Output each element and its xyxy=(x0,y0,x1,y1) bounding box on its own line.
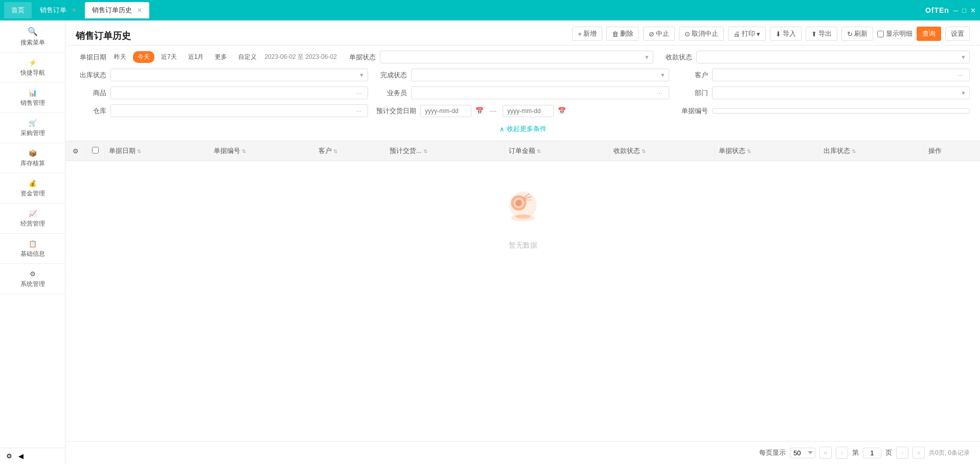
department-chevron: ▾ xyxy=(962,89,965,97)
inventory-icon: 📦 xyxy=(29,149,37,157)
outbound-status-select[interactable]: ▾ xyxy=(110,69,368,81)
th-amount-sort-icon[interactable]: ⇅ xyxy=(537,148,541,154)
warehouse-dots[interactable]: ··· xyxy=(354,107,363,115)
sidebar-item-basic-info[interactable]: 📋 基础信息 xyxy=(0,234,65,264)
sidebar-item-system-mgmt[interactable]: ⚙ 系统管理 xyxy=(0,264,65,294)
date-btn-more[interactable]: 更多 xyxy=(210,51,232,63)
date-btn-today[interactable]: 今天 xyxy=(133,51,154,63)
delete-label: 删除 xyxy=(620,29,633,38)
page-input[interactable] xyxy=(863,448,881,458)
basic-info-icon: 📋 xyxy=(29,240,37,248)
print-button[interactable]: 🖨 打印 ▾ xyxy=(728,27,766,41)
refresh-button[interactable]: ↻ 刷新 xyxy=(841,27,873,41)
filter-row-3: 商品 ··· 业务员 ··· 部门 xyxy=(76,86,970,99)
window-minimize[interactable]: ─ xyxy=(953,7,958,14)
product-dots[interactable]: ··· xyxy=(354,89,363,97)
tab-sales-order[interactable]: 销售订单 ✕ xyxy=(33,2,84,18)
delivery-date-to-calendar-icon[interactable]: 📅 xyxy=(558,107,566,115)
import-button[interactable]: ⬇ 导入 xyxy=(770,27,802,41)
table-header-row: ⚙ 单据日期 ⇅ xyxy=(65,141,980,161)
collapse-row: ∧ 收起更多条件 xyxy=(76,122,970,136)
show-detail-input[interactable] xyxy=(877,31,884,37)
sidebar-item-purchase-mgmt[interactable]: 🛒 采购管理 xyxy=(0,113,65,143)
empty-text: 暂无数据 xyxy=(509,241,537,250)
sidebar-collapse-icon[interactable]: ◀ xyxy=(18,452,24,460)
export-button[interactable]: ⬆ 导出 xyxy=(806,27,837,41)
filter-group-order-number: 单据编号 xyxy=(677,106,970,116)
salesperson-select[interactable]: ··· xyxy=(411,86,669,99)
th-payment-sort-icon[interactable]: ⇅ xyxy=(642,148,646,154)
collapse-link[interactable]: ∧ 收起更多条件 xyxy=(76,122,970,136)
date-btn-yesterday[interactable]: 昨天 xyxy=(109,51,131,63)
page-prev-btn[interactable]: ‹ xyxy=(836,447,848,459)
sidebar-item-finance[interactable]: 💰 资金管理 xyxy=(0,173,65,204)
sidebar-settings-icon[interactable]: ⚙ xyxy=(6,452,12,460)
tab-sales-order-history[interactable]: 销售订单历史 ✕ xyxy=(85,2,149,18)
customer-select[interactable]: ··· xyxy=(712,69,970,81)
salesperson-dots[interactable]: ··· xyxy=(655,89,665,97)
date-btn-7days[interactable]: 近7天 xyxy=(156,51,181,63)
th-order-status-label: 单据状态 xyxy=(719,146,745,156)
delivery-date-from-calendar-icon[interactable]: 📅 xyxy=(475,107,484,115)
th-customer-sort-icon[interactable]: ⇅ xyxy=(333,148,337,154)
filter-row-2: 出库状态 ▾ 完成状态 ▾ 客户 xyxy=(76,69,970,81)
settings-button[interactable]: 设置 xyxy=(945,27,970,41)
date-btn-custom[interactable]: 自定义 xyxy=(234,51,261,63)
delivery-date-from[interactable] xyxy=(420,105,471,117)
show-detail-checkbox[interactable]: 显示明细 xyxy=(877,29,913,38)
per-page-select[interactable]: 10 20 50 100 xyxy=(790,448,815,458)
customer-dots[interactable]: ··· xyxy=(955,71,965,79)
delete-button[interactable]: 🗑 删除 xyxy=(606,27,639,41)
completion-status-select[interactable]: ▾ xyxy=(411,69,669,81)
tab-home[interactable]: 首页 xyxy=(4,2,32,18)
date-btn-1month[interactable]: 近1月 xyxy=(184,51,209,63)
tab-sales-order-history-close[interactable]: ✕ xyxy=(137,7,142,14)
th-delivery-sort-icon[interactable]: ⇅ xyxy=(423,148,427,154)
table-wrapper: ⚙ 单据日期 ⇅ xyxy=(65,141,980,441)
payment-status-select[interactable]: ▾ xyxy=(696,51,970,63)
sidebar-item-operations[interactable]: 📈 经营管理 xyxy=(0,204,65,234)
delivery-date-to[interactable] xyxy=(503,105,554,117)
page-first-btn[interactable]: « xyxy=(819,447,832,459)
th-order-status-sort-icon[interactable]: ⇅ xyxy=(747,148,751,154)
date-range-display: 2023-06-02 至 2023-06-02 xyxy=(264,53,336,61)
query-label: 查询 xyxy=(922,29,936,38)
page-next-btn[interactable]: › xyxy=(896,447,908,459)
empty-state: 暂无数据 xyxy=(65,161,980,271)
sidebar-item-quick-nav[interactable]: ⚡ 快捷导航 xyxy=(0,53,65,83)
stop-button[interactable]: ⊘ 中止 xyxy=(643,27,675,41)
new-button[interactable]: + 新增 xyxy=(572,27,602,41)
pagination: 每页显示 10 20 50 100 « ‹ 第 页 › » 共0页, 0条记录 xyxy=(65,441,980,464)
stop-icon: ⊘ xyxy=(649,30,654,38)
th-customer: 客户 ⇅ xyxy=(314,141,385,161)
refresh-icon: ↻ xyxy=(847,30,853,38)
sidebar-purchase-mgmt-label: 采购管理 xyxy=(20,129,45,138)
sidebar-item-inventory[interactable]: 📦 库存核算 xyxy=(0,143,65,173)
order-number-input[interactable] xyxy=(712,108,970,114)
window-maximize[interactable]: □ xyxy=(962,7,966,14)
cancel-stop-button[interactable]: ⊙ 取消中止 xyxy=(679,27,724,41)
order-status-select[interactable]: ▾ xyxy=(380,51,653,63)
filter-group-customer: 客户 ··· xyxy=(677,69,970,81)
th-number-sort-icon[interactable]: ⇅ xyxy=(242,148,246,154)
department-label: 部门 xyxy=(677,89,708,98)
page-unit-label: 页 xyxy=(885,448,892,457)
th-outbound-sort-icon[interactable]: ⇅ xyxy=(852,148,856,154)
query-button[interactable]: 查询 xyxy=(917,27,941,41)
search-icon: 🔍 xyxy=(28,27,38,36)
sidebar-item-sales-mgmt[interactable]: 📊 销售管理 xyxy=(0,83,65,113)
product-select[interactable]: ··· xyxy=(110,86,368,99)
sidebar-item-search[interactable]: 🔍 搜索菜单 xyxy=(0,20,65,53)
warehouse-select[interactable]: ··· xyxy=(110,104,368,117)
sidebar-sales-mgmt-label: 销售管理 xyxy=(20,99,45,107)
import-label: 导入 xyxy=(783,29,796,38)
tab-sales-order-close[interactable]: ✕ xyxy=(72,7,77,14)
sales-mgmt-icon: 📊 xyxy=(29,89,37,97)
department-select[interactable]: ▾ xyxy=(712,86,970,99)
select-all-checkbox[interactable] xyxy=(92,147,99,153)
product-label: 商品 xyxy=(76,89,106,98)
th-date-sort-icon[interactable]: ⇅ xyxy=(137,148,141,154)
page-last-btn[interactable]: » xyxy=(913,447,925,459)
table-settings-icon[interactable]: ⚙ xyxy=(73,147,79,155)
window-close[interactable]: ✕ xyxy=(970,7,976,14)
